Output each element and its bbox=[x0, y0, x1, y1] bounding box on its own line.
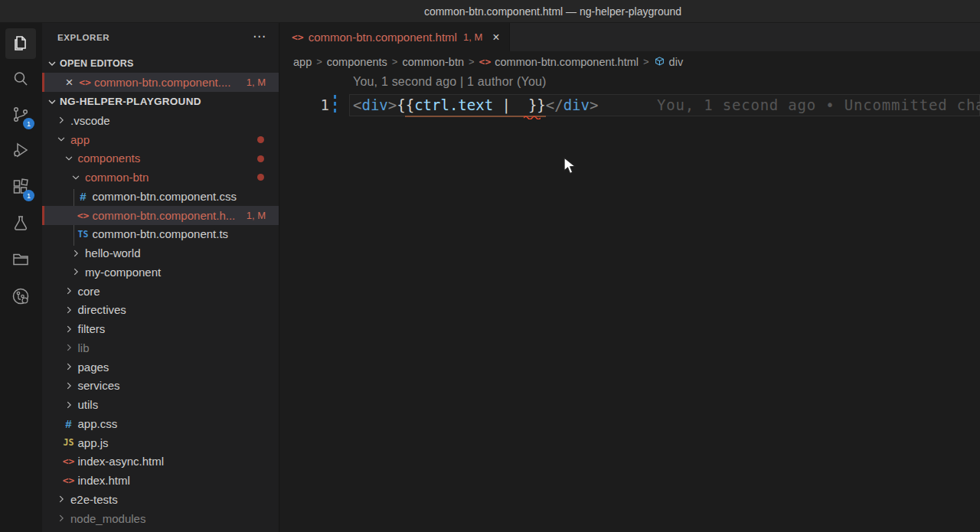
tree-file-index-async-html[interactable]: <>index-async.html bbox=[42, 452, 279, 472]
code-token: | bbox=[502, 96, 511, 113]
chevron-right-icon bbox=[63, 286, 75, 296]
chevron-down-icon bbox=[55, 134, 67, 145]
tree-folder-app[interactable]: app bbox=[42, 130, 279, 149]
chevron-right-icon bbox=[70, 266, 82, 277]
tree-file-app-js[interactable]: JSapp.js bbox=[42, 433, 279, 452]
selection-accent bbox=[42, 73, 44, 92]
breadcrumb-common-btn-component-html[interactable]: <>common-btn.component.html bbox=[479, 56, 639, 68]
tree-item-label: common-btn.component.h... bbox=[93, 209, 236, 222]
tree-item-label: e2e-tests bbox=[70, 493, 118, 506]
breadcrumb-common-btn[interactable]: common-btn bbox=[402, 56, 464, 68]
activity-badge: 1 bbox=[23, 118, 34, 129]
code-token bbox=[493, 96, 501, 113]
breadcrumb-components[interactable]: components bbox=[327, 56, 387, 68]
css-file-icon: # bbox=[80, 190, 86, 203]
tree-folder-node-modules[interactable]: node_modules bbox=[42, 509, 279, 528]
open-editor-label: common-btn.component.... bbox=[94, 76, 230, 89]
tree-folder-directives[interactable]: directives bbox=[42, 301, 279, 320]
tab-label: common-btn.component.html bbox=[309, 31, 457, 44]
ts-file-icon: TS bbox=[78, 229, 89, 240]
tree-file-common-btn-component-css[interactable]: #common-btn.component.css bbox=[42, 187, 279, 206]
open-editors-title: OPEN EDITORS bbox=[60, 58, 134, 69]
breadcrumb-separator: > bbox=[469, 56, 475, 67]
tree-file-common-btn-component-ts[interactable]: TScommon-btn.component.ts bbox=[42, 225, 279, 244]
tree-folder-pages[interactable]: pages bbox=[42, 357, 279, 377]
html-file-icon: <> bbox=[63, 455, 75, 467]
line-number: 1 bbox=[303, 94, 329, 116]
activity-explorer-icon[interactable] bbox=[5, 28, 36, 59]
tree-item-label: components bbox=[78, 152, 141, 165]
tree-folder-components[interactable]: components bbox=[42, 149, 279, 168]
tree-item-label: services bbox=[78, 379, 120, 392]
close-icon[interactable]: × bbox=[63, 73, 76, 92]
tree-item-label: hello-world bbox=[85, 246, 141, 259]
breadcrumb-separator: > bbox=[643, 56, 649, 67]
symbol-element-icon bbox=[654, 56, 665, 67]
tree-item-label: index-async.html bbox=[78, 455, 165, 468]
mouse-cursor bbox=[563, 157, 578, 175]
modified-badge: 1, M bbox=[247, 210, 266, 221]
tree-folder--vscode[interactable]: .vscode bbox=[42, 111, 279, 130]
tree-file-common-btn-component-h-[interactable]: <>common-btn.component.h...1, M bbox=[42, 206, 279, 225]
code-token bbox=[511, 96, 528, 113]
open-editors-section[interactable]: OPEN EDITORS bbox=[42, 54, 279, 73]
explorer-actions-icon[interactable]: ⋯ bbox=[253, 28, 266, 44]
chevron-right-icon bbox=[55, 494, 67, 504]
code-line[interactable]: <div>{{ctrl.text | }}</div> bbox=[353, 94, 598, 116]
project-section[interactable]: NG-HELPER-PLAYGROUND bbox=[42, 92, 279, 111]
activity-search-icon[interactable] bbox=[5, 64, 36, 94]
html-file-icon: <> bbox=[479, 56, 492, 67]
tree-folder-my-component[interactable]: my-component bbox=[42, 263, 279, 282]
file-tree: .vscodeappcomponentscommon-btn#common-bt… bbox=[42, 111, 279, 528]
activity-source-control-icon[interactable]: 1 bbox=[5, 100, 36, 130]
tree-folder-services[interactable]: services bbox=[42, 377, 279, 396]
tree-folder-core[interactable]: core bbox=[42, 282, 279, 301]
js-file-icon: JS bbox=[64, 437, 74, 448]
breadcrumbs: app>components>common-btn><>common-btn.c… bbox=[293, 51, 683, 72]
chevron-right-icon bbox=[63, 305, 75, 315]
tree-folder-utils[interactable]: utils bbox=[42, 395, 279, 414]
tab-strip: <> common-btn.component.html 1, M × bbox=[280, 23, 980, 51]
chevron-right-icon bbox=[63, 342, 75, 353]
codelens-annotation[interactable]: You, 1 second ago | 1 author (You) bbox=[353, 75, 547, 89]
html-file-icon: <> bbox=[79, 77, 91, 88]
breadcrumb-div[interactable]: div bbox=[654, 56, 684, 68]
tree-file-index-html[interactable]: <>index.html bbox=[42, 471, 279, 490]
tree-folder-hello-world[interactable]: hello-world bbox=[42, 243, 279, 263]
tree-folder-common-btn[interactable]: common-btn bbox=[42, 168, 279, 187]
tree-item-label: pages bbox=[78, 361, 109, 374]
modified-dot bbox=[257, 174, 264, 181]
chevron-right-icon bbox=[55, 513, 67, 524]
activity-testing-icon[interactable] bbox=[5, 208, 36, 239]
html-file-icon: <> bbox=[77, 210, 90, 221]
tree-file-app-css[interactable]: #app.css bbox=[42, 414, 279, 433]
chevron-right-icon bbox=[55, 115, 67, 126]
activity-run-debug-icon[interactable] bbox=[5, 135, 36, 165]
activity-git-graph-icon[interactable] bbox=[5, 281, 36, 312]
close-icon[interactable]: × bbox=[492, 31, 499, 44]
modified-dot bbox=[257, 155, 264, 162]
chevron-right-icon bbox=[63, 380, 75, 391]
open-editor-item[interactable]: × <> common-btn.component.... 1, M bbox=[42, 73, 279, 92]
tree-item-label: index.html bbox=[78, 474, 130, 487]
tree-item-label: directives bbox=[78, 303, 126, 316]
project-title: NG-HELPER-PLAYGROUND bbox=[60, 96, 201, 107]
tree-item-label: core bbox=[78, 285, 100, 298]
error-squiggle bbox=[524, 115, 541, 119]
tree-folder-lib[interactable]: lib bbox=[42, 338, 279, 357]
tab-common-btn-component-html[interactable]: <> common-btn.component.html 1, M × bbox=[280, 23, 510, 51]
activity-extensions-icon[interactable]: 1 bbox=[5, 171, 36, 202]
chevron-down-icon bbox=[46, 57, 58, 70]
activity-badge: 1 bbox=[23, 190, 34, 201]
selection-accent bbox=[42, 206, 44, 225]
git-blame-annotation: You, 1 second ago • Uncommitted cha bbox=[657, 94, 980, 116]
breadcrumb-separator: > bbox=[392, 56, 398, 67]
tree-folder-e2e-tests[interactable]: e2e-tests bbox=[42, 490, 279, 509]
code-token: {{ bbox=[397, 96, 414, 113]
tree-folder-filters[interactable]: filters bbox=[42, 319, 279, 338]
breadcrumb-app[interactable]: app bbox=[293, 56, 312, 68]
breadcrumb-separator: > bbox=[316, 56, 322, 67]
code-token: > bbox=[388, 96, 397, 113]
activity-bar: 11 bbox=[0, 23, 42, 532]
activity-project-folder-icon[interactable] bbox=[5, 243, 36, 274]
